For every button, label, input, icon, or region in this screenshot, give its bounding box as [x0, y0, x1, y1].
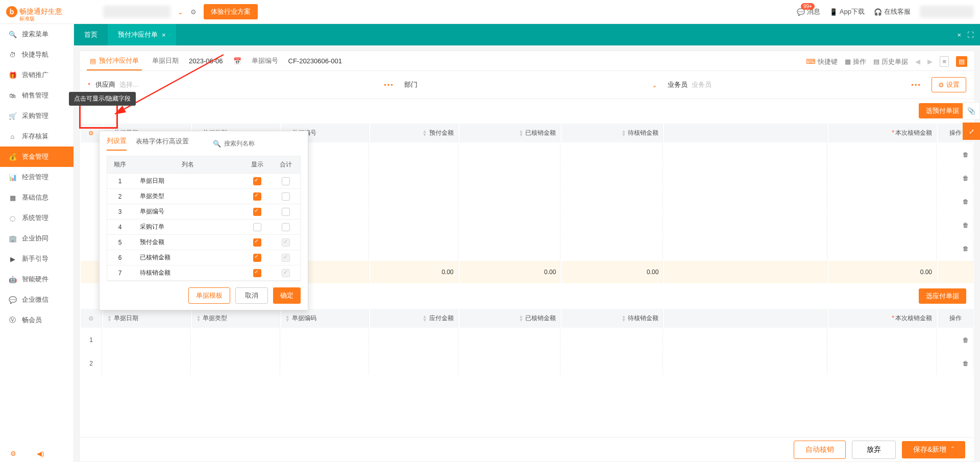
nav-prev-icon[interactable]: ◀ [915, 58, 920, 65]
sidebar-item[interactable]: ⌂库存核算 [0, 126, 74, 147]
show-checkbox[interactable] [253, 254, 261, 262]
chevron-up-icon: ˆ [951, 446, 954, 454]
settings-button[interactable]: ⚙设置 [932, 77, 966, 92]
close-icon[interactable]: × [162, 31, 166, 39]
doc-type-tab[interactable]: ▤ 预付冲应付单 [87, 56, 142, 70]
nav-next-icon[interactable]: ▶ [927, 58, 933, 65]
show-checkbox[interactable] [253, 238, 261, 247]
headset-icon: 🎧 [874, 8, 882, 16]
row-height-tab[interactable]: 表格字体行高设置 [136, 137, 189, 150]
delete-row-icon[interactable]: 🗑 [938, 214, 973, 236]
calendar-icon[interactable]: 📅 [233, 57, 241, 65]
sidebar-item[interactable]: 🤖智能硬件 [0, 269, 74, 289]
expand-icon[interactable]: ⤢ [963, 123, 980, 140]
chevron-down-icon[interactable]: ⌄ [178, 8, 183, 16]
nav-icon: Ⓥ [8, 316, 17, 325]
experience-button[interactable]: 体验行业方案 [204, 4, 258, 19]
save-new-button[interactable]: 保存&新增ˆ [902, 441, 965, 458]
sidebar-item[interactable]: ▦基础信息 [0, 187, 74, 208]
column-settings-tab[interactable]: 列设置 [107, 136, 127, 151]
date-value[interactable]: 2023-06-06 [189, 57, 223, 65]
column-settings-icon[interactable]: ⚙ [88, 130, 94, 137]
sum-checkbox[interactable] [282, 223, 290, 231]
sum-checkbox [282, 238, 290, 247]
sidebar-item[interactable]: 🔍搜索菜单 [0, 24, 74, 44]
history-link[interactable]: ▤历史单据 [873, 57, 908, 66]
ok-button[interactable]: 确定 [273, 287, 301, 304]
gear-icon[interactable]: ⚙ [190, 8, 197, 16]
user-avatar[interactable] [920, 6, 974, 18]
list-icon: ▤ [873, 58, 879, 65]
show-checkbox[interactable] [253, 208, 261, 216]
view-list-icon[interactable]: ≡ [940, 56, 949, 67]
nav-icon: 🏢 [8, 234, 17, 243]
delete-row-icon[interactable]: 🗑 [938, 143, 973, 166]
attachment-icon[interactable]: 📎 [963, 102, 980, 119]
phone-icon: 📱 [829, 8, 838, 16]
delete-row-icon[interactable]: 🗑 [938, 190, 973, 213]
sum-checkbox[interactable] [282, 208, 290, 216]
column-settings-popup: 列设置 表格字体行高设置 🔍 顺序 列名 显示 合计 1单据日期2单据类型3单据… [99, 131, 308, 310]
keyboard-icon: ⌨ [806, 58, 816, 65]
sidebar-item[interactable]: 🏢企业协同 [0, 228, 74, 249]
sidebar-item[interactable]: 🎁营销推广 [0, 65, 74, 85]
sidebar-item[interactable]: Ⓥ畅会员 [0, 310, 74, 330]
more-icon[interactable]: ••• [384, 81, 394, 89]
sidebar-item[interactable]: 🛒采购管理 [0, 106, 74, 126]
discard-button[interactable]: 放弃 [852, 441, 896, 459]
sum-checkbox[interactable] [282, 177, 290, 185]
app-download-link[interactable]: 📱App下载 [829, 7, 865, 16]
dept-select-chevron-icon[interactable]: ⌄ [652, 81, 657, 89]
cancel-button[interactable]: 取消 [235, 287, 268, 304]
date-label: 单据日期 [152, 56, 179, 65]
fullscreen-icon[interactable]: ⛶ [967, 31, 974, 39]
supplier-select[interactable]: 选择... [119, 80, 138, 89]
nav-icon: ⌂ [8, 132, 17, 141]
select-payable-button[interactable]: 选应付单据 [919, 288, 966, 304]
nav-icon: ◌ [8, 214, 17, 223]
ops-link[interactable]: ▦操作 [845, 57, 866, 66]
settings-icon[interactable]: ⚙ [10, 450, 16, 457]
show-checkbox[interactable] [253, 269, 261, 277]
column-settings-icon[interactable]: ⚙ [88, 315, 94, 322]
collapse-icon[interactable]: ◀) [37, 450, 44, 457]
delete-row-icon[interactable]: 🗑 [938, 352, 973, 375]
sidebar-item[interactable]: 🛍销售管理 [0, 85, 74, 106]
tooltip-hint: 点击可显示/隐藏字段 [69, 92, 136, 106]
form-row: * 供应商 选择... ••• 部门 ⌄ 业务员 业务员 ••• ⚙设置 [79, 71, 975, 99]
supplier-label: 供应商 [95, 80, 115, 89]
auto-verify-button[interactable]: 自动核销 [794, 441, 846, 459]
clerk-select[interactable]: 业务员 [692, 80, 712, 89]
sidebar-item[interactable]: ◌系统管理 [0, 208, 74, 228]
sidebar-item[interactable]: 💬企业微信 [0, 289, 74, 310]
delete-row-icon[interactable]: 🗑 [938, 329, 973, 351]
template-button[interactable]: 单据模板 [188, 287, 230, 304]
sidebar-item[interactable]: ▶新手引导 [0, 249, 74, 269]
show-checkbox[interactable] [253, 223, 261, 231]
column-search-input[interactable] [224, 140, 301, 147]
sum-checkbox[interactable] [282, 192, 290, 201]
support-link[interactable]: 🎧在线客服 [874, 7, 911, 16]
sum-checkbox [282, 269, 290, 277]
sidebar-item[interactable]: 📊经营管理 [0, 167, 74, 187]
close-all-icon[interactable]: × [957, 31, 961, 39]
select-prepay-button[interactable]: 选预付单据 [919, 103, 966, 118]
view-detail-icon[interactable]: ▤ [956, 56, 967, 67]
sidebar-item[interactable]: 💰资金管理 [0, 147, 74, 167]
nav-icon: 💬 [8, 296, 17, 304]
tab-home[interactable]: 首页 [74, 24, 108, 45]
nav-icon: 📊 [8, 173, 17, 182]
delete-row-icon[interactable]: 🗑 [938, 167, 973, 189]
messages-link[interactable]: 💬 99+ 消息 [797, 7, 820, 16]
nav-icon: ▦ [8, 193, 17, 202]
sidebar-item[interactable]: ⏱快捷导航 [0, 44, 74, 65]
tab-prepay-offset[interactable]: 预付冲应付单 × [108, 24, 176, 45]
show-checkbox[interactable] [253, 192, 261, 201]
shortcut-link[interactable]: ⌨快捷键 [806, 57, 838, 66]
org-selector[interactable] [103, 6, 170, 18]
document-icon: ▤ [90, 57, 96, 65]
delete-row-icon[interactable]: 🗑 [938, 237, 973, 260]
brand-edition: 标准版 [19, 15, 35, 22]
show-checkbox[interactable] [253, 177, 261, 185]
more-icon[interactable]: ••• [911, 81, 921, 89]
